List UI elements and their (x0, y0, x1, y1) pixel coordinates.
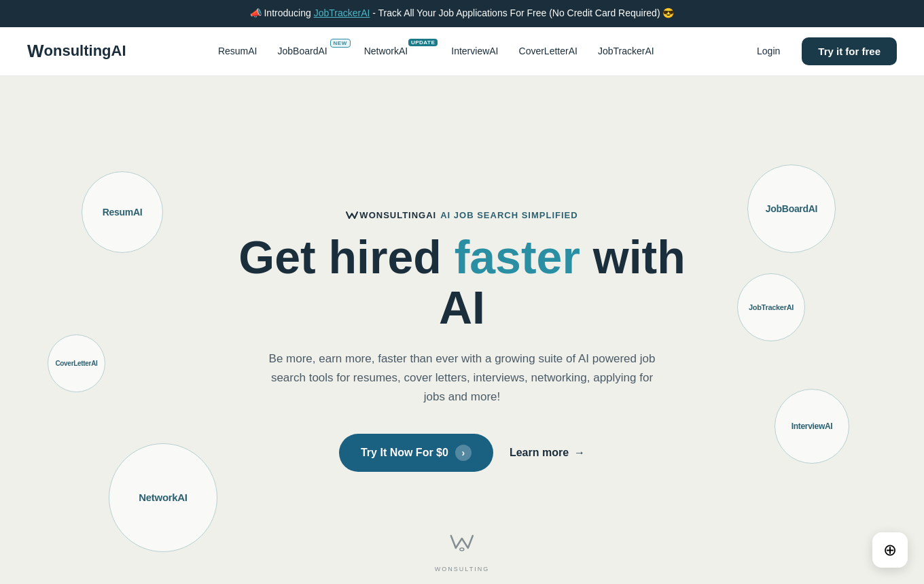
circle-jobboardai[interactable]: JobBoardAI (747, 165, 836, 253)
circle-interviewai[interactable]: InterviewAI (775, 389, 849, 464)
hero-content: WonsultingAI AI JOB SEARCH SIMPLIFIED Ge… (217, 210, 707, 472)
bottom-logo-text: WONSULTING (435, 566, 489, 572)
eyebrow-logo: WonsultingAI (346, 210, 436, 221)
try-now-label: Try It Now For $0 (361, 447, 448, 459)
banner-link[interactable]: JobTrackerAI (314, 7, 370, 18)
learn-more-button[interactable]: Learn more → (510, 447, 585, 459)
hero-subtitle: Be more, earn more, faster than ever wit… (265, 349, 659, 407)
badge-update: UPDATE (408, 39, 438, 46)
login-button[interactable]: Login (746, 40, 791, 62)
title-hired: hired (329, 231, 455, 283)
nav-item-coverletterai[interactable]: CoverLetterAI (511, 41, 586, 61)
nav-item-networkai[interactable]: NetworkAI UPDATE (356, 41, 440, 61)
learn-more-arrow-icon: → (574, 447, 585, 459)
bottom-logo: WONSULTING (435, 533, 489, 572)
title-get: Get (238, 231, 328, 283)
circle-networkai[interactable]: NetworkAI (109, 443, 217, 552)
learn-more-label: Learn more (510, 447, 569, 459)
hero-section: ResumAI JobBoardAI JobTrackerAI CoverLet… (0, 76, 924, 584)
header: WonsultingAI ResumAI JobBoardAI NEW Netw… (0, 27, 924, 76)
announcement-banner: 📣 Introducing JobTrackerAI - Track All Y… (0, 0, 924, 27)
chat-widget-icon: ⊕ (883, 540, 897, 560)
badge-new: NEW (330, 39, 351, 48)
arrow-icon: › (455, 445, 472, 461)
svg-point-0 (460, 548, 464, 551)
header-actions: Login Try it for free (746, 37, 897, 65)
try-now-button[interactable]: Try It Now For $0 › (339, 434, 493, 472)
eyebrow-text: AI JOB SEARCH SIMPLIFIED (440, 210, 578, 220)
logo[interactable]: WonsultingAI (27, 41, 126, 62)
try-for-free-button[interactable]: Try it for free (802, 37, 897, 65)
main-nav: ResumAI JobBoardAI NEW NetworkAI UPDATE … (210, 41, 662, 61)
banner-suffix: - Track All Your Job Applications For Fr… (370, 7, 674, 18)
hero-title: Get hired faster with AI (217, 232, 707, 334)
banner-prefix: 📣 Introducing (250, 7, 314, 18)
logo-text: onsultingAI (44, 42, 126, 60)
nav-item-jobtrackerai[interactable]: JobTrackerAI (590, 41, 662, 61)
hero-eyebrow: WonsultingAI AI JOB SEARCH SIMPLIFIED (217, 210, 707, 221)
circle-coverletterai[interactable]: CoverLetterAI (48, 334, 105, 392)
nav-item-jobboardai[interactable]: JobBoardAI NEW (270, 41, 352, 61)
logo-w: W (27, 41, 44, 62)
bottom-logo-icon (448, 533, 476, 563)
circle-jobtrackerai[interactable]: JobTrackerAI (737, 273, 805, 341)
title-faster: faster (455, 231, 593, 283)
circle-resumai[interactable]: ResumAI (82, 171, 163, 253)
nav-item-interviewai[interactable]: InterviewAI (443, 41, 506, 61)
cta-row: Try It Now For $0 › Learn more → (217, 434, 707, 472)
nav-item-resumai[interactable]: ResumAI (210, 41, 266, 61)
chat-widget[interactable]: ⊕ (872, 532, 908, 568)
